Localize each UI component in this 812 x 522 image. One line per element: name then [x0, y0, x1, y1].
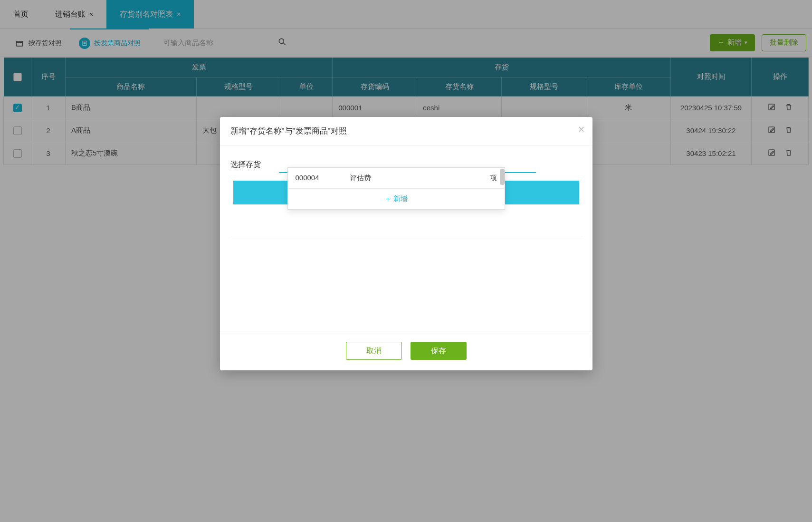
dropdown-item-code: 000004 — [296, 174, 329, 183]
cancel-button[interactable]: 取消 — [346, 342, 402, 360]
close-icon[interactable]: × — [578, 124, 584, 135]
dropdown-item-name: 评估费 — [350, 174, 469, 183]
plus-icon: ＋ — [384, 194, 392, 203]
stock-dropdown: 000004 评估费 项 ＋ 新增 — [287, 167, 505, 210]
divider — [230, 236, 582, 236]
scrollbar-thumb[interactable] — [500, 169, 505, 185]
dropdown-add[interactable]: ＋ 新增 — [288, 188, 505, 209]
modal: 新增"存货名称"与"发票商品"对照 × 选择存货 000004 评估费 项 ＋ — [220, 117, 592, 370]
form-label: 选择存货 — [230, 160, 271, 170]
dropdown-item-unit: 项 — [490, 174, 497, 183]
modal-title: 新增"存货名称"与"发票商品"对照 — [220, 117, 592, 145]
dropdown-item[interactable]: 000004 评估费 项 — [288, 168, 505, 188]
modal-footer: 取消 保存 — [220, 331, 592, 370]
dropdown-add-label: 新增 — [393, 194, 408, 203]
modal-overlay: 新增"存货名称"与"发票商品"对照 × 选择存货 000004 评估费 项 ＋ — [0, 0, 812, 522]
save-button[interactable]: 保存 — [411, 342, 467, 360]
